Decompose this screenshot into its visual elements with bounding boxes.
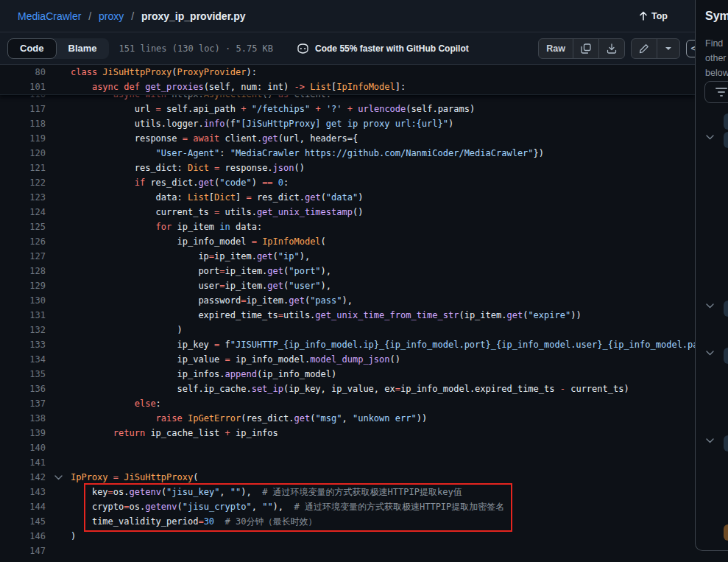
line-number[interactable]: 145 — [0, 514, 46, 529]
breadcrumb-folder-link[interactable]: proxy — [99, 10, 124, 22]
tab-code[interactable]: Code — [7, 38, 57, 59]
tree-chevron-down-icon[interactable] — [706, 135, 714, 140]
symbols-filter-input[interactable] — [704, 81, 728, 103]
line-number[interactable]: 127 — [0, 249, 46, 264]
copilot-icon — [297, 43, 309, 54]
line-number[interactable]: 144 — [0, 499, 46, 514]
code-text: if res_dict.get("code") == 0: — [71, 175, 695, 190]
fold-spacer — [46, 146, 71, 161]
line-number[interactable]: 134 — [0, 352, 46, 367]
line-number[interactable]: 142 — [0, 470, 46, 485]
line-number[interactable]: 121 — [0, 161, 46, 175]
fold-spacer — [46, 278, 71, 293]
code-text: data: List[Dict] = res_dict.get("data") — [71, 190, 695, 205]
fold-spacer — [46, 80, 71, 94]
symbol-item[interactable] — [724, 301, 728, 317]
code-text: raise IpGetError(res_dict.get("msg", "un… — [71, 411, 695, 426]
line-number[interactable]: 123 — [0, 190, 46, 205]
download-icon — [607, 43, 617, 54]
sticky-context-lines: 80class JiSuHttpProxy(ProxyProvider):101… — [0, 65, 695, 95]
copilot-banner-text: Code 55% faster with GitHub Copilot — [315, 43, 469, 54]
symbol-item[interactable] — [724, 113, 728, 130]
fold-spacer — [46, 161, 71, 175]
line-number[interactable]: 120 — [0, 146, 46, 161]
line-number[interactable]: 130 — [0, 293, 46, 308]
code-text — [71, 455, 695, 470]
code-line-131: 131 expired_time_ts=utils.get_unix_time_… — [0, 308, 695, 323]
code-text: IpProxy = JiSuHttpProxy( — [71, 470, 695, 485]
breadcrumb-repo-link[interactable]: MediaCrawler — [18, 10, 81, 22]
code-text: user=ip_item.get("user"), — [71, 278, 695, 293]
edit-dropdown-button[interactable] — [657, 39, 679, 58]
code-text: crypto=os.getenv("jisu_crypto", ""), # 通… — [71, 499, 695, 514]
line-number[interactable]: 141 — [0, 455, 46, 470]
line-number[interactable]: 132 — [0, 323, 46, 337]
code-text: class JiSuHttpProxy(ProxyProvider): — [71, 65, 695, 80]
tree-chevron-down-icon[interactable] — [706, 438, 714, 443]
copy-raw-content-button[interactable] — [573, 39, 598, 58]
symbol-item[interactable] — [724, 435, 728, 452]
line-number[interactable]: 125 — [0, 219, 46, 234]
line-number[interactable]: 126 — [0, 234, 46, 249]
line-number[interactable]: 131 — [0, 308, 46, 323]
code-line-134: 134 ip_value = ip_info_model.model_dump_… — [0, 352, 695, 367]
symbol-item[interactable] — [724, 348, 728, 364]
code-line-120: 120 "User-Agent": "MediaCrawler https://… — [0, 146, 695, 161]
breadcrumb: MediaCrawler / proxy / proxy_ip_provider… — [18, 10, 246, 22]
line-number[interactable]: 143 — [0, 485, 46, 499]
code-blame-switcher: Code Blame — [7, 38, 109, 59]
fold-spacer — [46, 529, 71, 544]
line-number[interactable]: 101 — [0, 80, 46, 94]
code-line-133: 133 ip_key = f"JISUHTTP_{ip_info_model.i… — [0, 337, 695, 352]
line-number[interactable]: 128 — [0, 264, 46, 278]
line-number[interactable]: 118 — [0, 116, 46, 131]
line-number[interactable]: 124 — [0, 205, 46, 219]
code-text: port=ip_item.get("port"), — [71, 264, 695, 278]
code-line-140: 140 — [0, 440, 695, 455]
line-number[interactable]: 147 — [0, 544, 46, 558]
code-line-129: 129 user=ip_item.get("user"), — [0, 278, 695, 293]
fold-spacer — [46, 116, 71, 131]
fold-spacer — [46, 249, 71, 264]
line-number[interactable]: 139 — [0, 426, 46, 440]
code-line-119: 119 response = await client.get(url, hea… — [0, 131, 695, 146]
tab-blame[interactable]: Blame — [57, 38, 109, 59]
line-number[interactable]: 129 — [0, 278, 46, 293]
line-number[interactable]: 135 — [0, 367, 46, 382]
symbols-description-line: below — [705, 68, 728, 78]
code-text: ip_info_model = IpInfoModel( — [71, 234, 695, 249]
code-text: async def get_proxies(self, num: int) ->… — [71, 80, 695, 94]
line-number[interactable]: 80 — [0, 65, 46, 80]
copilot-banner[interactable]: Code 55% faster with GitHub Copilot — [297, 43, 469, 54]
breadcrumb-file-name: proxy_ip_provider.py — [141, 10, 246, 22]
download-button[interactable] — [598, 39, 624, 58]
file-header-bar: MediaCrawler / proxy / proxy_ip_provider… — [0, 0, 728, 32]
symbol-item[interactable] — [724, 132, 728, 148]
fold-spacer — [46, 65, 71, 80]
line-number[interactable]: 119 — [0, 131, 46, 146]
fold-spacer — [46, 205, 71, 219]
line-number[interactable]: 122 — [0, 175, 46, 190]
line-number[interactable]: 136 — [0, 382, 46, 396]
raw-button[interactable]: Raw — [539, 39, 573, 58]
line-number[interactable]: 140 — [0, 440, 46, 455]
back-to-top-button[interactable]: Top — [639, 11, 668, 21]
line-number[interactable]: 117 — [0, 102, 46, 116]
symbol-item-highlighted[interactable] — [724, 524, 728, 541]
tree-chevron-down-icon[interactable] — [706, 303, 714, 309]
edit-pencil-button[interactable] — [632, 39, 657, 58]
fold-chevron-down-icon[interactable] — [46, 470, 71, 485]
code-text: current_ts = utils.get_unix_timestamp() — [71, 205, 695, 219]
line-number[interactable]: 138 — [0, 411, 46, 426]
code-line-146: 146) — [0, 529, 695, 544]
line-number[interactable]: 146 — [0, 529, 46, 544]
line-number[interactable]: 133 — [0, 337, 46, 352]
code-line-143: 143 key=os.getenv("jisu_key", ""), # 通过环… — [0, 485, 695, 499]
line-number[interactable]: 137 — [0, 396, 46, 411]
tree-chevron-down-icon[interactable] — [706, 351, 714, 356]
fold-spacer — [46, 514, 71, 529]
symbols-panel: Sym Find other below — [695, 0, 728, 551]
symbols-description-line: other — [705, 53, 727, 63]
fold-spacer — [46, 455, 71, 470]
toolbar-actions: Raw <> — [538, 38, 705, 59]
